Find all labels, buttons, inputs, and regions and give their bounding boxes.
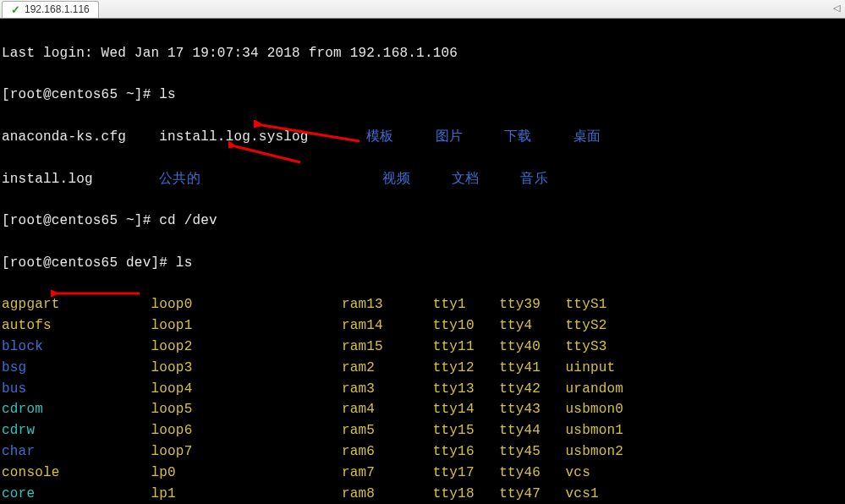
dev-row: cdrw loop6 ram5 tty15 tty44 usbmon1	[2, 420, 843, 441]
prompt-line-2: [root@centos65 ~]# cd /dev	[2, 211, 843, 232]
last-login-line: Last login: Wed Jan 17 19:07:34 2018 fro…	[2, 43, 843, 64]
prompt-line-1: [root@centos65 ~]# ls	[2, 85, 843, 106]
collapse-arrow-icon[interactable]: ◁	[833, 3, 840, 14]
session-ip: 192.168.1.116	[25, 3, 90, 15]
dev-listing: agpgart loop0 ram13 tty1 tty39 ttyS1auto…	[2, 294, 843, 504]
dev-row: bus loop4 ram3 tty13 tty42 urandom	[2, 379, 843, 400]
dev-row: block loop2 ram15 tty11 tty40 ttyS3	[2, 337, 843, 358]
ls-home-row-2: install.log 公共的 视频 文档 音乐	[2, 169, 843, 190]
dev-row: console lp0 ram7 tty17 tty46 vcs	[2, 463, 843, 484]
dev-row: char loop7 ram6 tty16 tty45 usbmon2	[2, 441, 843, 463]
check-icon: ✓	[11, 3, 20, 16]
dev-row: core lp1 ram8 tty18 tty47 vcs1	[2, 484, 843, 504]
session-tab[interactable]: ✓ 192.168.1.116	[2, 1, 99, 18]
dev-row: agpgart loop0 ram13 tty1 tty39 ttyS1	[2, 294, 843, 315]
dev-row: cdrom loop5 ram4 tty14 tty43 usbmon0	[2, 399, 843, 420]
terminal-output[interactable]: Last login: Wed Jan 17 19:07:34 2018 fro…	[0, 19, 845, 504]
dev-row: bsg loop3 ram2 tty12 tty41 uinput	[2, 358, 843, 379]
prompt-line-3: [root@centos65 dev]# ls	[2, 253, 843, 274]
titlebar: ✓ 192.168.1.116 ◁	[0, 0, 845, 19]
dev-row: autofs loop1 ram14 tty10 tty4 ttyS2	[2, 315, 843, 337]
svg-line-3	[235, 146, 300, 162]
ls-home-row-1: anaconda-ks.cfg install.log.syslog 模板 图片…	[2, 127, 843, 148]
